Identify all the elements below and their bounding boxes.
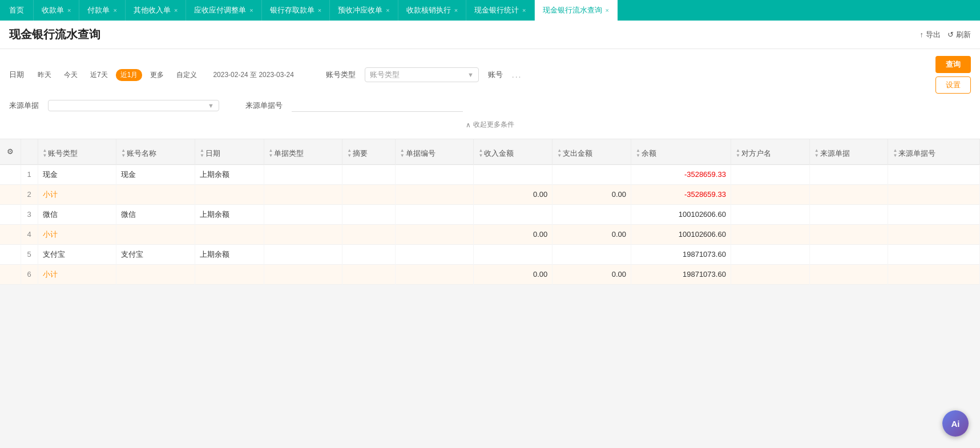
nav-tab-close-2[interactable]: × [174, 7, 178, 14]
nav-tab-2[interactable]: 其他收入单× [126, 0, 186, 21]
refresh-icon: ↺ [947, 30, 954, 39]
cell-account_type-row-4: 支付宝 [38, 244, 116, 264]
source-doc-select[interactable]: ▼ [48, 100, 219, 111]
nav-tab-close-3[interactable]: × [249, 7, 253, 14]
cell-source_doc-row-2 [809, 204, 888, 224]
cell-counterparty-row-0 [731, 164, 809, 184]
cell-doc_type-row-4 [264, 244, 342, 264]
nav-tab-8[interactable]: 现金银行流水查询× [535, 0, 618, 21]
col-header-balance[interactable]: ▲▼ 余额 [631, 139, 731, 164]
col-header-account_type[interactable]: ▲▼ 账号类型 [38, 139, 116, 164]
nav-tab-close-4[interactable]: × [318, 7, 321, 14]
col-header-counterparty[interactable]: ▲▼ 对方户名 [731, 139, 809, 164]
nav-tab-5[interactable]: 预收冲应收单× [330, 0, 398, 21]
nav-tab-close-6[interactable]: × [454, 7, 458, 14]
nav-tab-close-0[interactable]: × [67, 7, 71, 14]
col-label-doc_number: 单据编号 [406, 148, 435, 159]
nav-tab-label-2: 其他收入单 [134, 5, 171, 15]
cell-source_doc-row-4 [809, 244, 888, 264]
sort-icon-expense: ▲▼ [557, 148, 562, 159]
cell-gear-row-4 [0, 244, 21, 264]
nav-tab-close-5[interactable]: × [386, 7, 389, 14]
col-header-expense[interactable]: ▲▼ 支出金额 [552, 139, 631, 164]
date-option-更多[interactable]: 更多 [146, 69, 168, 81]
nav-tab-close-7[interactable]: × [522, 7, 526, 14]
cell-income-row-0 [474, 164, 552, 184]
source-doc-number-label: 来源单据号 [245, 100, 283, 111]
cell-counterparty-row-3 [731, 224, 809, 244]
cell-account_type-row-5: 小计 [38, 264, 116, 284]
nav-tab-label-1: 付款单 [87, 5, 110, 15]
settings-button[interactable]: 设置 [935, 76, 971, 94]
col-header-date[interactable]: ▲▼ 日期 [195, 139, 264, 164]
date-option-今天[interactable]: 今天 [59, 69, 82, 81]
row-index-4: 5 [21, 244, 38, 264]
nav-tab-4[interactable]: 银行存取款单× [262, 0, 330, 21]
col-header-source_doc[interactable]: ▲▼ 来源单据 [809, 139, 888, 164]
col-header-income[interactable]: ▲▼ 收入金额 [474, 139, 552, 164]
subtotal-label: 小计 [43, 230, 58, 239]
cell-account_name-row-1 [116, 184, 195, 204]
collapse-bar[interactable]: ∧ 收起更多条件 [9, 118, 971, 134]
cell-date-row-0: 上期余额 [195, 164, 264, 184]
cell-account_type-row-3: 小计 [38, 224, 116, 244]
date-option-近1月[interactable]: 近1月 [116, 69, 143, 81]
cell-balance-row-5: 19871073.60 [631, 264, 731, 284]
account-type-arrow-icon: ▼ [467, 71, 474, 78]
date-option-自定义[interactable]: 自定义 [172, 69, 201, 81]
export-button[interactable]: ↑ 导出 [920, 30, 941, 40]
query-button[interactable]: 查询 [935, 56, 971, 73]
cell-source_doc_number-row-4 [888, 244, 980, 264]
col-label-account_type: 账号类型 [48, 148, 78, 159]
cell-balance-row-3: 100102606.60 [631, 224, 731, 244]
nav-tab-7[interactable]: 现金银行统计× [466, 0, 534, 21]
col-header-doc_number[interactable]: ▲▼ 单据编号 [395, 139, 474, 164]
subtotal-label: 小计 [43, 270, 58, 279]
cell-account_name-row-0: 现金 [116, 164, 195, 184]
nav-home[interactable]: 首页 [0, 0, 34, 21]
col-label-source_doc_number: 来源单据号 [898, 148, 935, 159]
col-header-source_doc_number[interactable]: ▲▼ 来源单据号 [888, 139, 980, 164]
nav-tab-close-8[interactable]: × [606, 7, 609, 14]
date-option-昨天[interactable]: 昨天 [33, 69, 56, 81]
cell-date-row-4: 上期余额 [195, 244, 264, 264]
source-doc-number-input[interactable] [292, 99, 463, 112]
nav-tab-label-3: 应收应付调整单 [194, 5, 246, 15]
date-label: 日期 [9, 70, 24, 80]
table-header-row: ⚙ ▲▼ 账号类型 ▲▼ 账号名称 ▲▼ 日期 ▲▼ 单据类型 ▲▼ 摘要 [0, 139, 980, 164]
top-nav: 首页 收款单×付款单×其他收入单×应收应付调整单×银行存取款单×预收冲应收单×收… [0, 0, 980, 21]
cell-source_doc_number-row-2 [888, 204, 980, 224]
page-title: 现金银行流水查询 [9, 27, 100, 42]
cell-summary-row-1 [342, 184, 395, 204]
row-index-2: 3 [21, 204, 38, 224]
col-header-account_name[interactable]: ▲▼ 账号名称 [116, 139, 195, 164]
cell-source_doc_number-row-3 [888, 224, 980, 244]
date-option-近7天[interactable]: 近7天 [86, 69, 112, 81]
col-label-income: 收入金额 [484, 148, 514, 159]
refresh-button[interactable]: ↺ 刷新 [947, 30, 971, 40]
cell-balance-row-1: -3528659.33 [631, 184, 731, 204]
cell-source_doc_number-row-5 [888, 264, 980, 284]
sort-icon-balance: ▲▼ [636, 148, 640, 159]
sort-icon-doc_type: ▲▼ [269, 148, 273, 159]
cell-income-row-5: 0.00 [474, 264, 552, 284]
nav-tab-0[interactable]: 收款单× [34, 0, 79, 21]
cell-doc_type-row-2 [264, 204, 342, 224]
cell-income-row-4 [474, 244, 552, 264]
nav-tab-6[interactable]: 收款核销执行× [398, 0, 466, 21]
nav-tab-1[interactable]: 付款单× [79, 0, 125, 21]
account-type-select[interactable]: 账号类型 ▼ [365, 67, 479, 82]
col-header-doc_type[interactable]: ▲▼ 单据类型 [264, 139, 342, 164]
col-header-gear[interactable]: ⚙ [0, 139, 21, 164]
account-type-label: 账号类型 [326, 70, 356, 80]
nav-tab-3[interactable]: 应收应付调整单× [186, 0, 261, 21]
cell-counterparty-row-4 [731, 244, 809, 264]
cell-balance-row-2: 100102606.60 [631, 204, 731, 224]
row-index-5: 6 [21, 264, 38, 284]
col-header-summary[interactable]: ▲▼ 摘要 [342, 139, 395, 164]
cell-source_doc-row-0 [809, 164, 888, 184]
cell-income-row-1: 0.00 [474, 184, 552, 204]
nav-tab-close-1[interactable]: × [113, 7, 116, 14]
account-dots[interactable]: ... [512, 70, 522, 79]
table-row: 3微信微信上期余额100102606.60 [0, 204, 980, 224]
